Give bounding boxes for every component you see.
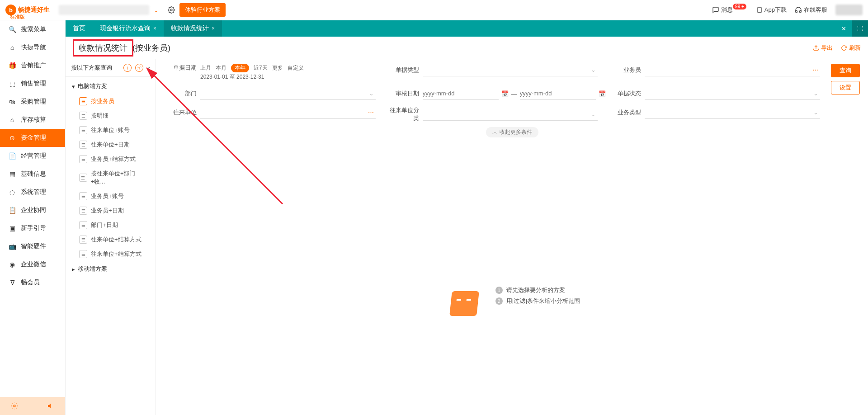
filter-label-docstate: 单据状态 (609, 90, 641, 98)
tabstrip-close-all-icon[interactable]: ✕ (835, 20, 852, 37)
scheme-item[interactable]: ☰往来单位+日期 (66, 137, 156, 152)
audit-date-from[interactable] (423, 87, 499, 100)
company-dropdown-icon[interactable]: ⌄ (154, 7, 159, 14)
tab[interactable]: 首页 (66, 20, 93, 37)
sidebar-item[interactable]: 🛍采购管理 (0, 93, 65, 111)
sidebar-item[interactable]: ⬚销售管理 (0, 75, 65, 93)
settings-gear-icon[interactable] (168, 6, 175, 14)
sidebar-item-label: 系统管理 (21, 188, 46, 196)
partner-picker[interactable]: ⋯ (200, 106, 376, 119)
sales-picker[interactable]: ⋯ (645, 64, 820, 76)
scheme-item[interactable]: ☰往来单位+结算方式 (66, 247, 156, 261)
tab[interactable]: 收款情况统计× (164, 20, 222, 37)
refresh-button[interactable]: 刷新 (841, 44, 861, 52)
tab-close-icon[interactable]: × (153, 25, 156, 32)
scheme-item[interactable]: ☰部门+日期 (66, 218, 156, 232)
hint-step-2: 2 (495, 297, 503, 305)
filter-label-partnercat: 往来单位分类 (387, 106, 419, 123)
sidebar-item[interactable]: 🎁营销推广 (0, 57, 65, 75)
scheme-item[interactable]: ☰按业务员 (66, 94, 156, 108)
sidebar-item-label: 智能硬件 (21, 242, 46, 250)
audit-date-to[interactable] (520, 87, 596, 100)
date-quick-lastmonth[interactable]: 上月 (200, 64, 211, 72)
export-button[interactable]: 导出 (813, 44, 833, 52)
collapse-filters-button[interactable]: ︿ 收起更多条件 (486, 127, 538, 137)
filter-label-partner: 往来单位 (164, 108, 197, 117)
docstate-select[interactable]: ⌄ (645, 87, 820, 100)
date-quick-custom[interactable]: 自定义 (288, 64, 304, 72)
scheme-collapse-icon[interactable]: « (147, 65, 150, 71)
scheme-item-label: 部门+日期 (91, 221, 118, 229)
sidebar-item[interactable]: ⌂快捷导航 (0, 38, 65, 57)
scheme-item-icon: ☰ (79, 250, 87, 258)
query-button[interactable]: 查询 (831, 64, 860, 77)
sidebar-item[interactable]: ⌂库存核算 (0, 111, 65, 129)
hint-text-2: 用[过滤]条件来缩小分析范围 (506, 297, 580, 305)
refresh-icon (841, 45, 847, 51)
calendar-icon[interactable]: 📅 (599, 90, 606, 97)
company-selector[interactable] (59, 5, 149, 15)
sidebar-item[interactable]: ◌系统管理 (0, 183, 65, 201)
sidebar-item[interactable]: ◉企业微信 (0, 255, 65, 274)
filter-label-biztype: 业务类型 (609, 108, 641, 117)
filter-label-dept: 部门 (164, 90, 197, 98)
scheme-item-label: 业务员+结算方式 (91, 155, 136, 163)
scheme-settings-icon[interactable] (135, 64, 143, 72)
scheme-item[interactable]: ☰按明细 (66, 108, 156, 123)
scheme-item[interactable]: ☰往来单位+结算方式 (66, 232, 156, 247)
scheme-item-icon: ☰ (79, 155, 87, 163)
partnercat-select[interactable]: ⌄ (423, 108, 598, 121)
sidebar-item[interactable]: 📺智能硬件 (0, 237, 65, 255)
hint-step-1: 1 (495, 287, 503, 294)
sidebar-item[interactable]: 🔍搜索菜单 (0, 20, 65, 38)
scheme-item-label: 往来单位+账号 (91, 126, 130, 134)
sidebar-item[interactable]: ▣新手引导 (0, 219, 65, 237)
tabstrip-fullscreen-icon[interactable]: ⛶ (852, 20, 868, 37)
tab-strip: 首页现金银行流水查询×收款情况统计× ✕ ⛶ (66, 20, 868, 37)
date-quick-more[interactable]: 更多 (272, 64, 283, 72)
sidebar-item-label: 企业微信 (21, 260, 46, 269)
scheme-item[interactable]: ☰业务员+日期 (66, 203, 156, 218)
filter-label-auditdate: 审核日期 (387, 90, 419, 98)
footer-gear-icon[interactable] (11, 402, 18, 410)
tab-label: 首页 (73, 24, 85, 33)
scheme-item[interactable]: ☰业务员+账号 (66, 189, 156, 203)
caret-right-icon: ▸ (72, 266, 75, 273)
sidebar-item-label: 库存核算 (21, 116, 46, 124)
date-quick-thisyear[interactable]: 本年 (231, 64, 249, 72)
scheme-add-icon[interactable]: ＋ (123, 64, 132, 72)
messages-badge: 99 + (733, 4, 746, 9)
calendar-icon[interactable]: 📅 (501, 90, 509, 97)
scheme-item[interactable]: ☰按往来单位+部门+收... (66, 166, 156, 189)
nav-icon: ⊙ (8, 134, 16, 142)
app-download-link[interactable]: App下载 (756, 6, 787, 14)
sidebar-item[interactable]: ∇畅会员 (0, 274, 65, 292)
support-link[interactable]: 在线客服 (795, 6, 827, 14)
date-quick-thismonth[interactable]: 本月 (216, 64, 226, 72)
tab-close-icon[interactable]: × (212, 25, 215, 32)
tab[interactable]: 现金银行流水查询× (93, 20, 164, 37)
experience-plan-button[interactable]: 体验行业方案 (179, 3, 226, 17)
sidebar-item[interactable]: 📋企业协同 (0, 201, 65, 219)
doctype-select[interactable]: ⌄ (423, 64, 598, 76)
scheme-group[interactable]: ▸移动端方案 (66, 261, 156, 277)
scheme-group[interactable]: ▾电脑端方案 (66, 79, 156, 94)
dept-select[interactable]: ⌄ (200, 87, 376, 100)
nav-icon: 📋 (8, 206, 16, 214)
sidebar-item[interactable]: ▦基础信息 (0, 165, 65, 183)
scheme-item[interactable]: ☰业务员+结算方式 (66, 152, 156, 166)
footer-sound-icon[interactable] (47, 402, 54, 410)
sidebar-item[interactable]: 📄经营管理 (0, 147, 65, 165)
settings-button[interactable]: 设置 (831, 81, 860, 94)
nav-icon: 🛍 (8, 98, 16, 106)
sidebar-item[interactable]: ⊙资金管理 (0, 129, 65, 147)
scheme-item[interactable]: ☰往来单位+账号 (66, 123, 156, 137)
biztype-select[interactable]: ⌄ (645, 106, 820, 119)
filter-label-sales: 业务员 (609, 66, 641, 74)
date-quick-7d[interactable]: 近7天 (254, 64, 268, 72)
messages-link[interactable]: 消息 99 + (712, 6, 748, 14)
chevron-up-icon: ︿ (492, 128, 498, 136)
nav-icon: 🎁 (8, 61, 16, 70)
left-navigation: 🔍搜索菜单⌂快捷导航🎁营销推广⬚销售管理🛍采购管理⌂库存核算⊙资金管理📄经营管理… (0, 20, 66, 415)
user-avatar[interactable] (835, 5, 863, 15)
